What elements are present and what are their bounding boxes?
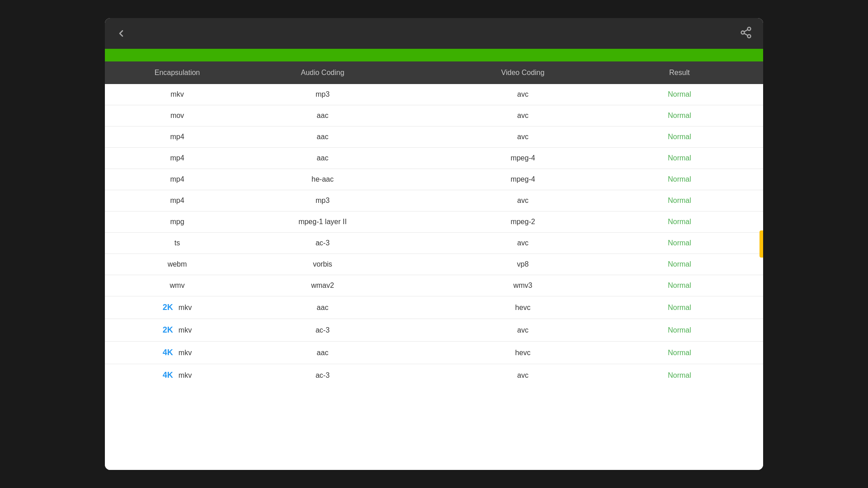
cell-result: Normal <box>623 175 736 183</box>
table-row: wmvwmav2wmv3Normal <box>105 275 763 296</box>
cell-audio: ac-3 <box>222 326 423 334</box>
table-row: mp4he-aacmpeg-4Normal <box>105 169 763 190</box>
cell-video: mpeg-4 <box>423 154 623 162</box>
share-button[interactable] <box>740 26 752 41</box>
encapsulation-text: mp4 <box>170 197 184 205</box>
cell-video: hevc <box>423 349 623 357</box>
table-header: Encapsulation Audio Coding Video Coding … <box>105 61 763 84</box>
cell-video: vp8 <box>423 260 623 268</box>
cell-encapsulation: webm <box>132 260 222 268</box>
cell-video: avc <box>423 239 623 247</box>
cell-video: mpeg-4 <box>423 175 623 183</box>
table-row: tsac-3avcNormal <box>105 233 763 254</box>
table-row: movaacavcNormal <box>105 105 763 127</box>
cell-encapsulation: mov <box>132 112 222 120</box>
app-container: Encapsulation Audio Coding Video Coding … <box>105 18 763 470</box>
cell-result: Normal <box>623 349 736 357</box>
cell-video: avc <box>423 133 623 141</box>
col-header-encapsulation: Encapsulation <box>132 69 222 77</box>
cell-result: Normal <box>623 154 736 162</box>
cell-result: Normal <box>623 326 736 334</box>
resolution-badge: 2K <box>163 303 173 312</box>
support-banner <box>105 49 763 61</box>
resolution-badge: 4K <box>163 371 173 380</box>
cell-result: Normal <box>623 239 736 247</box>
table-row: 4KmkvaachevcNormal <box>105 342 763 364</box>
table-row: mp4mp3avcNormal <box>105 190 763 211</box>
col-header-audio: Audio Coding <box>222 69 423 77</box>
cell-result: Normal <box>623 197 736 205</box>
encapsulation-text: ts <box>175 239 180 247</box>
cell-result: Normal <box>623 218 736 226</box>
encapsulation-text: mp4 <box>170 154 184 162</box>
resolution-badge: 2K <box>163 325 173 335</box>
cell-video: avc <box>423 326 623 334</box>
encapsulation-text: mp4 <box>170 133 184 141</box>
cell-video: avc <box>423 371 623 380</box>
cell-audio: aac <box>222 304 423 312</box>
encapsulation-text: mpg <box>170 218 184 226</box>
cell-audio: mp3 <box>222 90 423 99</box>
table-row: 2KmkvaachevcNormal <box>105 296 763 319</box>
back-icon <box>116 28 127 39</box>
cell-result: Normal <box>623 112 736 120</box>
cell-result: Normal <box>623 371 736 380</box>
cell-audio: wmav2 <box>222 282 423 290</box>
cell-video: hevc <box>423 304 623 312</box>
cell-encapsulation: 2Kmkv <box>132 303 222 312</box>
table-row: mp4aacavcNormal <box>105 127 763 148</box>
cell-audio: vorbis <box>222 260 423 268</box>
encapsulation-text: wmv <box>170 282 185 290</box>
cell-audio: ac-3 <box>222 371 423 380</box>
cell-encapsulation: mp4 <box>132 154 222 162</box>
cell-video: mpeg-2 <box>423 218 623 226</box>
encapsulation-text: mkv <box>179 304 192 312</box>
encapsulation-text: mkv <box>179 371 192 380</box>
cell-encapsulation: mkv <box>132 90 222 99</box>
cell-audio: ac-3 <box>222 239 423 247</box>
table-row: mkvmp3avcNormal <box>105 84 763 105</box>
cell-audio: aac <box>222 112 423 120</box>
table-row: mp4aacmpeg-4Normal <box>105 148 763 169</box>
encapsulation-text: mov <box>170 112 184 120</box>
encapsulation-text: mkv <box>170 90 184 99</box>
cell-video: avc <box>423 90 623 99</box>
cell-result: Normal <box>623 304 736 312</box>
cell-result: Normal <box>623 133 736 141</box>
cell-audio: mpeg-1 layer II <box>222 218 423 226</box>
svg-point-2 <box>748 35 751 38</box>
table-row: 4Kmkvac-3avcNormal <box>105 364 763 386</box>
svg-point-0 <box>748 27 751 30</box>
table-body: mkvmp3avcNormalmovaacavcNormalmp4aacavcN… <box>105 84 763 470</box>
svg-line-4 <box>744 30 748 32</box>
cell-audio: aac <box>222 349 423 357</box>
cell-result: Normal <box>623 260 736 268</box>
cell-result: Normal <box>623 282 736 290</box>
cell-encapsulation: 4Kmkv <box>132 371 222 380</box>
svg-point-1 <box>741 31 745 34</box>
cell-video: wmv3 <box>423 282 623 290</box>
cell-encapsulation: 2Kmkv <box>132 325 222 335</box>
cell-video: avc <box>423 112 623 120</box>
svg-line-3 <box>744 33 748 36</box>
encapsulation-text: mkv <box>179 349 192 357</box>
cell-encapsulation: 4Kmkv <box>132 348 222 357</box>
cell-video: avc <box>423 197 623 205</box>
cell-audio: aac <box>222 133 423 141</box>
col-header-video: Video Coding <box>423 69 623 77</box>
table-row: webmvorbisvp8Normal <box>105 254 763 275</box>
cell-audio: aac <box>222 154 423 162</box>
cell-audio: he-aac <box>222 175 423 183</box>
col-header-result: Result <box>623 69 736 77</box>
back-button[interactable] <box>116 28 130 39</box>
encapsulation-text: mp4 <box>170 175 184 183</box>
cell-encapsulation: mp4 <box>132 197 222 205</box>
encapsulation-text: mkv <box>179 326 192 334</box>
side-indicator <box>760 230 763 258</box>
table-row: 2Kmkvac-3avcNormal <box>105 319 763 342</box>
encapsulation-text: webm <box>168 260 187 268</box>
cell-encapsulation: mpg <box>132 218 222 226</box>
cell-encapsulation: mp4 <box>132 133 222 141</box>
cell-encapsulation: ts <box>132 239 222 247</box>
cell-encapsulation: mp4 <box>132 175 222 183</box>
